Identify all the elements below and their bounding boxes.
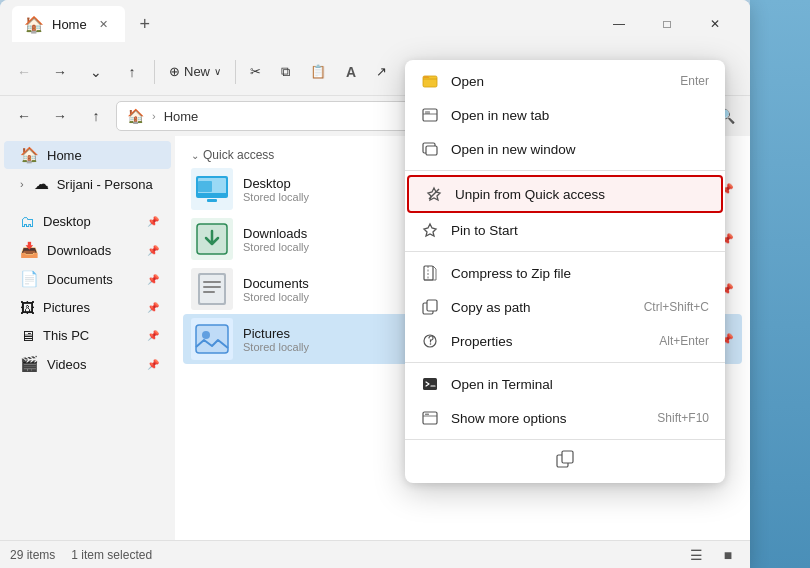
downloads-label: Downloads [47,243,111,258]
grid-view-button[interactable]: ■ [716,545,740,565]
thispc-label: This PC [43,328,89,343]
address-forward-button[interactable]: → [44,100,76,132]
forward-button[interactable]: → [44,56,76,88]
maximize-button[interactable]: □ [644,8,690,40]
cm-bottom-copy-icon [556,450,574,473]
cm-open-shortcut: Enter [680,74,709,88]
cm-bottom-area [405,444,725,479]
svg-rect-9 [203,281,221,283]
cm-copy-path-icon [421,298,439,316]
desktop-label: Desktop [43,214,91,229]
minimize-button[interactable]: — [596,8,642,40]
videos-label: Videos [47,357,87,372]
sidebar-item-desktop[interactable]: 🗂 Desktop 📌 [4,208,171,235]
cm-divider-3 [405,362,725,363]
home-tab[interactable]: 🏠 Home ✕ [12,6,125,42]
sidebar-item-pictures[interactable]: 🖼 Pictures 📌 [4,294,171,321]
cm-copy-path-label: Copy as path [451,300,632,315]
sidebar-item-onedrive[interactable]: › ☁ Srijani - Persona [4,170,171,198]
new-button[interactable]: ⊕ New ∨ [161,54,229,90]
svg-rect-16 [423,109,437,121]
cm-divider-2 [405,251,725,252]
home-tab-label: Home [52,17,87,32]
cm-divider-4 [405,439,725,440]
cm-open-new-window[interactable]: Open in new window [405,132,725,166]
cm-unpin[interactable]: Unpin from Quick access [407,175,723,213]
svg-rect-19 [426,146,437,155]
cm-properties-label: Properties [451,334,647,349]
videos-icon: 🎬 [20,355,39,373]
tab-area: 🏠 Home ✕ + [12,6,596,42]
address-home-icon: 🏠 [127,108,144,124]
cm-open-window-label: Open in new window [451,142,709,157]
address-path: Home [164,109,199,124]
cm-open[interactable]: Open Enter [405,64,725,98]
svg-rect-32 [562,451,573,463]
sidebar-item-downloads[interactable]: 📥 Downloads 📌 [4,236,171,264]
svg-rect-11 [203,291,215,293]
svg-rect-3 [198,193,226,196]
svg-point-26 [430,343,432,345]
item-count: 29 items [10,548,55,562]
cut-icon: ✂ [250,64,261,79]
cm-divider-1 [405,170,725,171]
sidebar-item-documents[interactable]: 📄 Documents 📌 [4,265,171,293]
cm-terminal-label: Open in Terminal [451,377,709,392]
cm-copy-path[interactable]: Copy as path Ctrl+Shift+C [405,290,725,324]
address-separator: › [152,110,156,122]
rename-button[interactable]: A [338,54,364,90]
svg-rect-30 [425,414,429,416]
new-tab-button[interactable]: + [129,8,161,40]
cut-button[interactable]: ✂ [242,54,269,90]
share-button[interactable]: ↗ [368,54,395,90]
sidebar-item-videos[interactable]: 🎬 Videos 📌 [4,350,171,378]
pictures-label: Pictures [43,300,90,315]
cm-properties[interactable]: Properties Alt+Enter [405,324,725,358]
svg-rect-10 [203,286,221,288]
cm-open-new-tab[interactable]: Open in new tab [405,98,725,132]
recent-button[interactable]: ⌄ [80,56,112,88]
desktop-pin-icon: 📌 [147,216,159,227]
sidebar-item-thispc[interactable]: 🖥 This PC 📌 [4,322,171,349]
downloads-thumb [191,218,233,260]
sidebar-item-home[interactable]: 🏠 Home [4,141,171,169]
cm-open-terminal[interactable]: Open in Terminal [405,367,725,401]
status-bar: 29 items 1 item selected ☰ ■ [0,540,750,568]
new-icon: ⊕ [169,64,180,79]
close-button[interactable]: ✕ [692,8,738,40]
svg-rect-4 [207,199,217,202]
cm-compress[interactable]: Compress to Zip file [405,256,725,290]
toolbar-separator-2 [235,60,236,84]
list-view-button[interactable]: ☰ [684,545,708,565]
documents-icon: 📄 [20,270,39,288]
pictures-pin-icon: 📌 [147,302,159,313]
svg-rect-17 [425,111,430,114]
pictures-icon: 🖼 [20,299,35,316]
cm-open-tab-label: Open in new tab [451,108,709,123]
pictures-thumb [191,318,233,360]
tab-close-button[interactable]: ✕ [95,15,113,33]
up-button[interactable]: ↑ [116,56,148,88]
cm-more-options[interactable]: Show more options Shift+F10 [405,401,725,435]
cm-open-icon [421,72,439,90]
copy-icon: ⧉ [281,64,290,80]
documents-thumb [191,268,233,310]
onedrive-icon: ☁ [34,175,49,193]
address-up-button[interactable]: ↑ [80,100,112,132]
documents-pin-icon: 📌 [147,274,159,285]
copy-button[interactable]: ⧉ [273,54,298,90]
svg-rect-12 [196,325,228,353]
rename-icon: A [346,64,356,80]
svg-rect-8 [200,275,224,303]
address-back-button[interactable]: ← [8,100,40,132]
cm-properties-icon [421,332,439,350]
cm-more-label: Show more options [451,411,645,426]
documents-label: Documents [47,272,113,287]
cm-unpin-label: Unpin from Quick access [455,187,705,202]
window-controls: — □ ✕ [596,8,738,40]
new-label: New [184,64,210,79]
paste-button[interactable]: 📋 [302,54,334,90]
paste-icon: 📋 [310,64,326,79]
back-button[interactable]: ← [8,56,40,88]
cm-pin-start[interactable]: Pin to Start [405,213,725,247]
